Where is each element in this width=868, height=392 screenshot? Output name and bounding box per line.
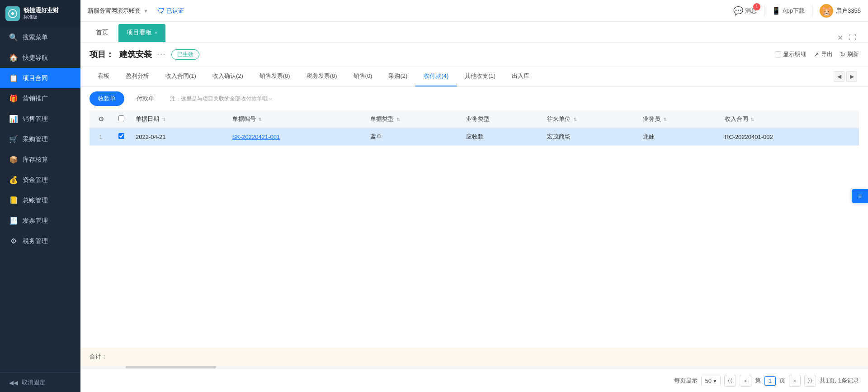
- project-status-badge: 已生效: [171, 49, 199, 60]
- col-partner[interactable]: 往来单位 ⇅: [542, 110, 637, 128]
- close-window-button[interactable]: ✕: [835, 33, 844, 42]
- sub-tab-next-button[interactable]: ▶: [846, 71, 857, 82]
- row-checkbox[interactable]: [112, 128, 130, 146]
- export-button[interactable]: ↗ 导出: [814, 50, 833, 58]
- project-title: 建筑安装: [119, 49, 152, 60]
- sidebar-item-marketing[interactable]: 🎁 营销推广: [0, 88, 80, 109]
- sub-tab-sales-invoice[interactable]: 销售发票(0): [251, 67, 298, 86]
- account-selector[interactable]: 新服务官网演示账套 ▼: [88, 7, 148, 15]
- tab-bar: 首页 项目看板 × ✕ ⛶: [80, 22, 868, 43]
- sidebar-item-label-ledger: 总账管理: [23, 196, 48, 205]
- current-page: 1: [764, 376, 776, 386]
- app-logo: 畅捷通好业财 标准版: [0, 0, 80, 27]
- sidebar-item-capital[interactable]: 💰 资金管理: [0, 170, 80, 190]
- inner-tabs: 收款单 付款单 注：这里是与项目关联的全部收付款单哦～: [80, 87, 868, 110]
- table-header-row: ⚙ 单据日期 ⇅ 单据编号 ⇅: [90, 110, 859, 128]
- show-detail-toggle[interactable]: 显示明细: [775, 50, 807, 58]
- sidebar-item-inventory[interactable]: 📦 库存核算: [0, 149, 80, 170]
- user-menu[interactable]: 🐹 用户3355: [820, 4, 861, 18]
- refresh-label: 刷新: [847, 50, 859, 58]
- project-label: 项目：: [90, 49, 114, 60]
- message-button[interactable]: 💬 消息 1: [733, 6, 757, 16]
- table-settings-icon[interactable]: ⚙: [98, 115, 104, 123]
- sort-number-icon: ⇅: [258, 117, 262, 122]
- sidebar-item-label-sales: 销售管理: [23, 115, 48, 123]
- certified-label: 已认证: [166, 7, 184, 15]
- sidebar-item-quicknav[interactable]: 🏠 快捷导航: [0, 48, 80, 68]
- sidebar-item-tax[interactable]: ⚙ 税务管理: [0, 231, 80, 251]
- sidebar-item-search[interactable]: 🔍 搜索菜单: [0, 27, 80, 48]
- next-page-button[interactable]: ＞: [789, 375, 801, 387]
- row-select-checkbox[interactable]: [118, 133, 124, 139]
- certified-badge: 🛡 已认证: [157, 7, 184, 15]
- sidebar-item-sales[interactable]: 📊 销售管理: [0, 109, 80, 129]
- sub-tab-tax-invoice[interactable]: 税务发票(0): [298, 67, 345, 86]
- show-detail-checkbox[interactable]: [775, 51, 781, 57]
- col-type[interactable]: 单据类型 ⇅: [365, 110, 461, 128]
- sidebar-item-invoice[interactable]: 🧾 发票管理: [0, 210, 80, 231]
- project-actions: 显示明细 ↗ 导出 ↻ 刷新: [775, 50, 859, 58]
- page-size-select[interactable]: 50 ▾: [701, 376, 721, 386]
- project-header: 项目： 建筑安装 ··· 已生效 显示明细 ↗ 导出 ↻ 刷新: [80, 43, 868, 67]
- sidebar-item-label-contract: 项目合同: [23, 74, 48, 82]
- col-salesperson[interactable]: 业务员 ⇅: [637, 110, 719, 128]
- col-settings[interactable]: ⚙: [90, 110, 112, 128]
- sidebar-item-label-search: 搜索菜单: [23, 33, 48, 42]
- sub-tab-in-out[interactable]: 出入库: [504, 67, 538, 86]
- certified-shield-icon: 🛡: [157, 7, 165, 15]
- refresh-icon: ↻: [840, 51, 845, 58]
- sort-type-icon: ⇅: [396, 117, 400, 122]
- sub-tab-income-contract[interactable]: 收入合同(1): [157, 67, 204, 86]
- row-type: 蓝单: [365, 128, 461, 146]
- sub-tab-other-expense[interactable]: 其他收支(1): [457, 67, 504, 86]
- prev-page-button[interactable]: ＜: [740, 375, 751, 387]
- col-number[interactable]: 单据编号 ⇅: [227, 110, 365, 128]
- page-label: 第: [755, 377, 761, 385]
- sub-tab-receipt[interactable]: 收付款(4): [415, 67, 457, 86]
- table-body: 1 2022-04-21 SK-20220421-001 蓝单 应收款 宏茂商场…: [90, 128, 859, 146]
- sub-tab-sales[interactable]: 销售(0): [345, 67, 381, 86]
- sidebar-unpin-button[interactable]: ◀◀ 取消固定: [0, 373, 80, 392]
- row-number-link[interactable]: SK-20220421-001: [232, 134, 280, 140]
- tab-project-board[interactable]: 项目看板 ×: [118, 24, 165, 42]
- prev-page-icon: ＜: [743, 377, 748, 385]
- page-size-value: 50: [705, 378, 712, 384]
- sub-tab-board[interactable]: 看板: [90, 67, 118, 86]
- tax-icon: ⚙: [9, 237, 18, 245]
- inner-tab-payment[interactable]: 付款单: [128, 91, 163, 106]
- last-page-button[interactable]: ⟩⟩: [804, 375, 816, 387]
- float-action-button[interactable]: ≡: [852, 189, 868, 203]
- sidebar-item-purchase[interactable]: 🛒 采购管理: [0, 129, 80, 149]
- sidebar-item-label-tax: 税务管理: [23, 237, 48, 245]
- first-page-button[interactable]: ⟨⟨: [724, 375, 736, 387]
- refresh-button[interactable]: ↻ 刷新: [840, 50, 859, 58]
- sub-tab-profit[interactable]: 盈利分析: [118, 67, 157, 86]
- sub-tab-purchase[interactable]: 采购(2): [380, 67, 415, 86]
- maximize-icon: ⛶: [849, 33, 856, 42]
- sidebar-item-ledger[interactable]: 📒 总账管理: [0, 190, 80, 210]
- col-income-contract[interactable]: 收入合同 ⇅: [719, 110, 859, 128]
- horizontal-scrollbar[interactable]: [126, 366, 216, 368]
- app-download-label: App下载: [783, 7, 805, 15]
- sidebar-item-label-capital: 资金管理: [23, 176, 48, 184]
- project-more-button[interactable]: ···: [157, 50, 166, 58]
- sidebar-item-contract[interactable]: 📋 项目合同: [0, 68, 80, 88]
- inner-tab-receipt[interactable]: 收款单: [90, 91, 124, 106]
- select-all-checkbox[interactable]: [118, 115, 124, 121]
- sort-partner-icon: ⇅: [573, 117, 577, 122]
- row-number[interactable]: SK-20220421-001: [227, 128, 365, 146]
- row-biz-type: 应收款: [461, 128, 542, 146]
- main-area: 新服务官网演示账套 ▼ 🛡 已认证 💬 消息 1 📱 App下载 �: [80, 0, 868, 392]
- sub-tab-prev-button[interactable]: ◀: [834, 71, 844, 82]
- col-date[interactable]: 单据日期 ⇅: [130, 110, 227, 128]
- sales-icon: 📊: [9, 115, 18, 123]
- tab-close-icon[interactable]: ×: [155, 30, 157, 35]
- col-checkbox[interactable]: [112, 110, 130, 128]
- app-download-button[interactable]: 📱 App下载: [772, 6, 805, 15]
- table-row[interactable]: 1 2022-04-21 SK-20220421-001 蓝单 应收款 宏茂商场…: [90, 128, 859, 146]
- maximize-window-button[interactable]: ⛶: [848, 33, 857, 42]
- search-icon: 🔍: [9, 33, 18, 42]
- sub-tab-income-confirm[interactable]: 收入确认(2): [204, 67, 251, 86]
- tab-home[interactable]: 首页: [88, 24, 117, 42]
- scrollbar-area: [80, 365, 868, 369]
